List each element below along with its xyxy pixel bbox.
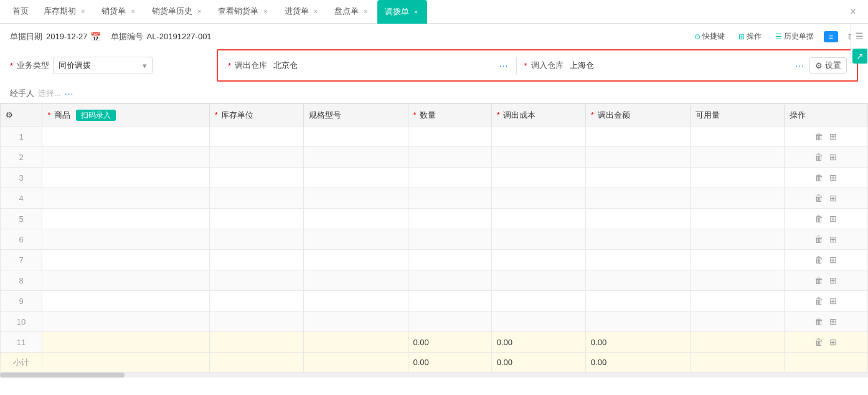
shortcut-button[interactable]: ⊙ 快捷键	[691, 30, 729, 43]
row-cost-cell[interactable]	[491, 270, 585, 291]
row-qty-cell[interactable]	[408, 270, 491, 291]
row-qty-cell[interactable]	[408, 168, 491, 188]
operation-button[interactable]: ⊞ 操作	[735, 30, 765, 43]
row-qty-cell[interactable]	[408, 209, 491, 229]
row-copy-icon[interactable]: ⊞	[828, 254, 838, 266]
row-qty-cell[interactable]	[408, 229, 491, 250]
row-amount-cell[interactable]	[585, 229, 690, 250]
row-copy-icon[interactable]: ⊞	[828, 233, 838, 245]
row-delete-icon[interactable]: 🗑	[813, 233, 824, 245]
row-amount-cell[interactable]	[585, 209, 690, 229]
row-spec-cell[interactable]	[303, 147, 408, 168]
row-delete-icon[interactable]: 🗑	[813, 212, 824, 225]
row-amount-cell[interactable]	[585, 250, 690, 270]
table-gear-icon[interactable]: ⚙	[6, 110, 13, 120]
row-spec-cell[interactable]	[303, 291, 408, 312]
row-delete-icon[interactable]: 🗑	[813, 274, 824, 287]
row-delete-icon[interactable]: 🗑	[813, 171, 824, 184]
tab-home[interactable]: 首页	[5, 0, 36, 24]
row-copy-icon[interactable]: ⊞	[828, 212, 838, 225]
row-product-cell[interactable]	[42, 168, 210, 188]
row-unit-cell[interactable]	[209, 291, 303, 312]
row-cost-cell[interactable]	[491, 209, 585, 229]
tab-sales-order[interactable]: 销货单 ×	[94, 0, 144, 24]
row-cost-cell[interactable]	[491, 229, 585, 250]
handler-input[interactable]: 选择...	[38, 88, 61, 99]
row-amount-cell[interactable]	[585, 168, 690, 188]
sidebar-expand-icon[interactable]: ↗	[852, 49, 867, 64]
row-delete-icon[interactable]: 🗑	[813, 315, 824, 328]
row-product-cell[interactable]	[42, 209, 210, 229]
row-product-cell[interactable]	[42, 147, 210, 168]
row-product-cell[interactable]	[42, 188, 210, 209]
row-spec-cell[interactable]	[303, 126, 408, 147]
sidebar-notes-icon[interactable]: ☰	[852, 29, 867, 44]
scrollbar-thumb[interactable]	[0, 373, 125, 378]
row-product-cell[interactable]	[42, 126, 210, 147]
row-qty-cell[interactable]	[408, 188, 491, 209]
row-delete-icon[interactable]: 🗑	[813, 254, 824, 266]
tab-view-sales[interactable]: 查看销货单 ×	[210, 0, 276, 24]
tab-purchase-order-close[interactable]: ×	[312, 7, 319, 16]
row-product-cell[interactable]	[42, 291, 210, 312]
row-unit-cell[interactable]	[209, 270, 303, 291]
row-unit-cell[interactable]	[209, 250, 303, 270]
row-spec-cell[interactable]	[303, 229, 408, 250]
tab-purchase-order[interactable]: 进货单 ×	[277, 0, 327, 24]
row-delete-icon[interactable]: 🗑	[813, 130, 824, 143]
row-qty-cell[interactable]	[408, 291, 491, 312]
row-amount-cell[interactable]	[585, 270, 690, 291]
row-cost-cell[interactable]	[491, 126, 585, 147]
row-copy-icon[interactable]: ⊞	[828, 336, 838, 348]
row-product-cell[interactable]	[42, 250, 210, 270]
row-copy-icon[interactable]: ⊞	[828, 315, 838, 328]
row-copy-icon[interactable]: ⊞	[828, 171, 838, 184]
handler-more-button[interactable]: ···	[65, 88, 74, 98]
row-cost-cell[interactable]	[491, 291, 585, 312]
row-product-cell[interactable]	[42, 270, 210, 291]
tab-inventory-check-close[interactable]: ×	[362, 7, 369, 16]
view-toggle-button[interactable]: ≡	[824, 31, 838, 42]
row-amount-cell[interactable]	[585, 312, 690, 332]
row-delete-icon[interactable]: 🗑	[813, 192, 824, 204]
row-spec-cell[interactable]	[303, 312, 408, 332]
row-unit-cell[interactable]	[209, 168, 303, 188]
tab-sales-history[interactable]: 销货单历史 ×	[144, 0, 210, 24]
row-amount-cell[interactable]	[585, 126, 690, 147]
row-copy-icon[interactable]: ⊞	[828, 192, 838, 204]
row-delete-icon[interactable]: 🗑	[813, 295, 824, 307]
business-type-select[interactable]: 同价调拨 ▾	[53, 57, 153, 74]
in-warehouse-more-button[interactable]: ···	[795, 60, 804, 70]
row-spec-cell[interactable]	[303, 168, 408, 188]
row-spec-cell[interactable]	[303, 250, 408, 270]
row-product-cell[interactable]	[42, 229, 210, 250]
row-delete-icon[interactable]: 🗑	[813, 336, 824, 348]
row-cost-cell[interactable]	[491, 147, 585, 168]
row-spec-cell[interactable]	[303, 188, 408, 209]
calendar-icon[interactable]: 📅	[90, 32, 101, 42]
row-amount-cell[interactable]	[585, 147, 690, 168]
window-close-button[interactable]: ×	[843, 2, 863, 22]
row-copy-icon[interactable]: ⊞	[828, 130, 838, 143]
row-qty-cell[interactable]	[408, 126, 491, 147]
row-amount-cell[interactable]	[585, 291, 690, 312]
tab-sales-history-close[interactable]: ×	[196, 7, 203, 16]
row-copy-icon[interactable]: ⊞	[828, 151, 838, 163]
row-amount-cell[interactable]	[585, 188, 690, 209]
tab-inventory-init-close[interactable]: ×	[79, 7, 87, 16]
row-unit-cell[interactable]	[209, 312, 303, 332]
row-cost-cell[interactable]	[491, 250, 585, 270]
row-cost-cell[interactable]	[491, 168, 585, 188]
col-gear[interactable]: ⚙	[1, 104, 42, 126]
tab-inventory-check[interactable]: 盘点单 ×	[327, 0, 377, 24]
row-product-cell[interactable]	[42, 312, 210, 332]
row-delete-icon[interactable]: 🗑	[813, 151, 824, 163]
bottom-scrollbar[interactable]	[0, 373, 868, 378]
tab-transfer-order[interactable]: 调拨单 ×	[377, 0, 427, 24]
row-unit-cell[interactable]	[209, 147, 303, 168]
date-input[interactable]: 2019-12-27 📅	[46, 32, 101, 42]
row-unit-cell[interactable]	[209, 126, 303, 147]
row-unit-cell[interactable]	[209, 188, 303, 209]
tab-inventory-init[interactable]: 库存期初 ×	[36, 0, 94, 24]
settings-button[interactable]: ⚙ 设置	[809, 57, 847, 74]
